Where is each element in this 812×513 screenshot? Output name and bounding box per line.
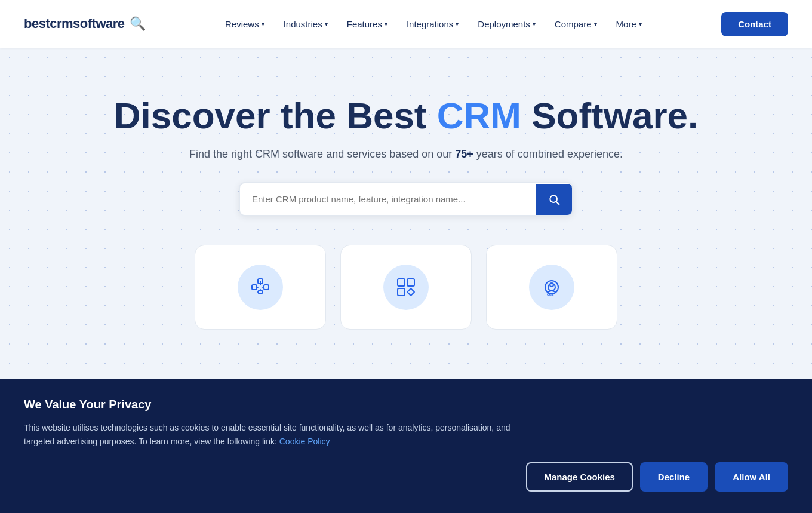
svg-rect-7 [407, 279, 414, 286]
search-container [239, 182, 573, 216]
card-features[interactable] [340, 245, 472, 330]
svg-rect-2 [252, 285, 257, 290]
cookie-policy-link[interactable]: Cookie Policy [279, 437, 330, 446]
chevron-down-icon: ▾ [639, 21, 642, 27]
svg-rect-6 [398, 279, 405, 286]
nav-reviews[interactable]: Reviews ▾ [217, 14, 273, 34]
main-nav: Reviews ▾ Industries ▾ Features ▾ Integr… [217, 14, 650, 34]
card-icon-circle-2 [383, 265, 429, 310]
nav-integrations[interactable]: Integrations ▾ [398, 14, 467, 34]
allow-all-button[interactable]: Allow All [715, 462, 788, 492]
search-icon: 🔍 [130, 16, 146, 32]
chevron-down-icon: ▾ [594, 21, 597, 27]
search-box [239, 182, 573, 216]
manage-cookies-button[interactable]: Manage Cookies [526, 462, 632, 492]
svg-point-12 [550, 283, 553, 287]
card-crm[interactable]: CRM [486, 245, 617, 330]
hero-subtitle: Find the right CRM software and services… [24, 148, 788, 161]
svg-rect-8 [398, 288, 405, 296]
card-icon-circle-3: CRM [529, 265, 574, 310]
cookie-buttons: Manage Cookies Decline Allow All [24, 462, 788, 492]
chevron-down-icon: ▾ [456, 21, 459, 27]
cookie-title: We Value Your Privacy [24, 398, 788, 411]
logo-container: bestcrmsoftware 🔍 [24, 16, 146, 32]
nav-compare[interactable]: Compare ▾ [546, 14, 605, 34]
svg-line-1 [556, 201, 559, 204]
contact-button[interactable]: Contact [721, 12, 788, 36]
hero-title: Discover the Best CRM Software. [24, 96, 788, 136]
hero-section: Discover the Best CRM Software. Find the… [0, 48, 812, 365]
cookie-banner: We Value Your Privacy This website utili… [0, 379, 812, 513]
crm-settings-icon: CRM [541, 277, 562, 298]
cookie-text: This website utilises technologies such … [24, 421, 513, 448]
chevron-down-icon: ▾ [262, 21, 264, 27]
nav-deployments[interactable]: Deployments ▾ [469, 14, 544, 34]
integrations-icon [250, 277, 271, 298]
search-button[interactable] [536, 184, 572, 215]
search-input[interactable] [240, 183, 536, 215]
nav-industries[interactable]: Industries ▾ [275, 14, 336, 34]
chevron-down-icon: ▾ [385, 21, 387, 27]
logo-text: bestcrmsoftware [24, 16, 125, 32]
svg-rect-4 [264, 285, 269, 290]
feature-cards: CRM [24, 245, 788, 330]
nav-more[interactable]: More ▾ [608, 14, 650, 34]
svg-marker-9 [407, 288, 414, 296]
features-icon [395, 277, 417, 298]
chevron-down-icon: ▾ [325, 21, 328, 27]
search-icon [548, 193, 560, 205]
decline-button[interactable]: Decline [640, 462, 708, 492]
svg-text:CRM: CRM [547, 293, 553, 296]
chevron-down-icon: ▾ [533, 21, 536, 27]
card-integrations[interactable] [195, 245, 326, 330]
card-icon-circle-1 [238, 265, 283, 310]
navbar: bestcrmsoftware 🔍 Reviews ▾ Industries ▾… [0, 0, 812, 48]
nav-features[interactable]: Features ▾ [339, 14, 396, 34]
